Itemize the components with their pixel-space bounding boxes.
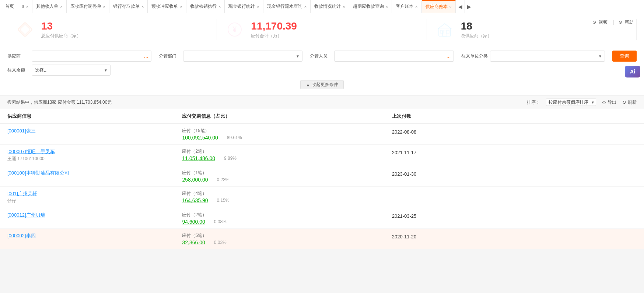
nav-tab-payment-exec[interactable]: 收款核销执行 ×: [186, 0, 225, 13]
table-row: [000001]张三 应付（15笔） 100,092,540.00 89.61%…: [0, 124, 644, 145]
row-3-trans-amount[interactable]: 258,000.00: [182, 177, 208, 183]
row-3-trans-label: 应付（1笔）: [182, 170, 392, 176]
row-2-supplier-info: [000007]恒旺二手叉车 王通 17106110000: [7, 148, 182, 162]
nav-tab-payment-exec-close[interactable]: ×: [218, 4, 221, 9]
payable-suppliers-info: 13 总应付供应商（家）: [41, 20, 81, 39]
nav-tab-other-income-close[interactable]: ×: [60, 4, 62, 9]
nav-tab-bank-deposit-close[interactable]: ×: [141, 4, 144, 9]
category-filter-label: 往来单位分类: [461, 53, 488, 59]
nav-tab-customer-ledger-label: 客户账本: [396, 3, 413, 10]
row-4-trans-amount[interactable]: 164,635.90: [182, 197, 208, 203]
video-link[interactable]: ⊙ 视频: [592, 20, 609, 25]
nav-tab-customer-ledger[interactable]: 客户账本 ×: [392, 0, 421, 13]
nav-tab-supplier-ledger-close[interactable]: ×: [449, 5, 452, 9]
filter-row-1: 供应商 ... 分管部门 ▼ 分管人员 ...: [7, 51, 637, 62]
sort-select[interactable]: 按应付余额倒序排序: [546, 99, 596, 106]
filter-row-2: 往来余额 选择... ▼: [7, 65, 637, 76]
row-5-trans-label: 应付（2笔）: [182, 212, 392, 218]
filter-section: 供应商 ... 分管部门 ▼ 分管人员 ...: [0, 46, 644, 96]
table-row: [000012]广州贝瑞 应付（2笔） 94,600.00 0.08% 2021…: [0, 208, 644, 229]
nav-tab-recv-stat[interactable]: 收款情况统计 ×: [311, 0, 349, 13]
supplier-dots-btn[interactable]: ...: [144, 53, 148, 59]
payable-total-label: 应付合计（万）: [251, 33, 297, 39]
supplier-input-wrapper: ...: [32, 51, 151, 62]
help-link[interactable]: ⊙ 帮助: [619, 20, 635, 25]
supplier-filter-label: 供应商: [7, 53, 29, 59]
person-input-wrapper: ...: [334, 51, 454, 62]
nav-tab-ar-ap-adj-close[interactable]: ×: [103, 4, 105, 9]
diamond-icon: [15, 19, 35, 40]
row-2-trans-label: 应付（2笔）: [182, 148, 392, 155]
nav-tab-other-income-label: 其他收入单: [36, 3, 58, 10]
nav-tab-3[interactable]: 3 ×: [18, 0, 32, 13]
nav-tab-cash-bank-stat-close[interactable]: ×: [257, 4, 259, 9]
nav-tab-recv-stat-close[interactable]: ×: [343, 4, 345, 9]
row-4-supplier-info: [001]广州荣轩 仔仔: [7, 190, 182, 204]
row-5-trans-amount[interactable]: 94,600.00: [182, 219, 205, 225]
row-6-transaction-info: 应付（5笔） 32,366.00 0.03%: [182, 232, 392, 245]
row-5-trans-percent: 0.08%: [214, 219, 227, 224]
row-4-supplier-link[interactable]: [001]广州荣轩: [7, 191, 37, 196]
refresh-label: 刷新: [628, 99, 637, 106]
row-6-supplier-info: [000002]李四: [7, 232, 182, 239]
row-5-supplier-link[interactable]: [000012]广州贝瑞: [7, 212, 45, 218]
row-1-trans-percent: 89.61%: [227, 135, 242, 140]
nav-tab-ar-ap-adj[interactable]: 应收应付调整单 ×: [67, 0, 109, 13]
nav-tab-overdue-query-close[interactable]: ×: [386, 4, 388, 9]
row-2-supplier-link[interactable]: [000007]恒旺二手叉车: [7, 149, 55, 154]
nav-tab-other-income[interactable]: 其他收入单 ×: [32, 0, 66, 13]
row-1-supplier-link[interactable]: [000001]张三: [7, 128, 36, 134]
supplier-input[interactable]: [32, 51, 151, 62]
nav-tab-supplier-ledger-label: 供应商账本: [426, 4, 448, 10]
refresh-button[interactable]: ↻ 刷新: [622, 99, 637, 106]
nav-tab-cash-flow-query[interactable]: 现金银行流水查询 ×: [263, 0, 311, 13]
store-icon: [434, 19, 455, 40]
nav-tab-bank-deposit[interactable]: 银行存取款单 ×: [109, 0, 148, 13]
row-3-trans-percent: 0.23%: [217, 177, 230, 182]
row-1-last-payment: 2022-08-08: [392, 128, 532, 135]
nav-tab-overdue-query[interactable]: 超期应收款查询 ×: [349, 0, 392, 13]
payable-suppliers-label: 总应付供应商（家）: [41, 33, 81, 39]
row-4-supplier-code: [001]广州荣轩: [7, 191, 37, 196]
row-3-supplier-info: [000100]本特勤油品有限公司: [7, 170, 182, 176]
export-button[interactable]: ⊙ 导出: [602, 99, 616, 106]
category-select[interactable]: [490, 51, 605, 62]
nav-tab-supplier-ledger[interactable]: 供应商账本 ×: [422, 0, 456, 13]
row-2-trans-percent: 9.89%: [224, 156, 237, 161]
row-2-trans-amount[interactable]: 11,051,486.00: [182, 155, 215, 161]
separator: |: [613, 20, 614, 25]
nav-tab-3-close[interactable]: ×: [26, 4, 28, 9]
person-dots-btn[interactable]: ...: [447, 53, 451, 59]
table-header: 供应商信息 应付交易信息（占比） 上次付数: [0, 109, 644, 124]
dept-select[interactable]: [183, 51, 303, 62]
row-4-trans-label: 应付（4笔）: [182, 190, 392, 197]
row-1-trans-amount[interactable]: 100,092,540.00: [182, 135, 218, 141]
collapse-button[interactable]: ▲ 收起更多条件: [300, 80, 344, 89]
query-button[interactable]: 查询: [612, 51, 637, 62]
yen-icon: ¥: [224, 19, 245, 40]
nav-left-arrow[interactable]: ◀: [456, 0, 465, 13]
row-1-supplier-info: [000001]张三: [7, 128, 182, 134]
row-6-supplier-link[interactable]: [000002]李四: [7, 233, 36, 238]
svg-rect-4: [439, 28, 451, 36]
refresh-icon: ↻: [622, 100, 626, 105]
nav-right-arrow[interactable]: ▶: [465, 0, 473, 13]
row-4-contact: 仔仔: [7, 198, 182, 204]
row-5-supplier-info: [000012]广州贝瑞: [7, 212, 182, 218]
nav-tab-home[interactable]: 首页: [1, 0, 18, 13]
nav-tab-customer-ledger-close[interactable]: ×: [415, 4, 417, 9]
export-icon: ⊙: [602, 100, 606, 105]
nav-tab-cash-flow-query-close[interactable]: ×: [304, 4, 307, 9]
row-2-supplier-code: [000007]恒旺二手叉车: [7, 149, 55, 154]
person-input[interactable]: [334, 51, 454, 62]
nav-tab-prepay-offset-close[interactable]: ×: [180, 4, 182, 9]
nav-tab-prepay-offset-label: 预收冲应收单: [151, 3, 178, 10]
row-3-supplier-link[interactable]: [000100]本特勤油品有限公司: [7, 170, 69, 176]
balance-select[interactable]: 选择...: [32, 65, 111, 76]
nav-tab-cash-bank-stat[interactable]: 现金银行统计 ×: [225, 0, 263, 13]
nav-tab-prepay-offset[interactable]: 预收冲应收单 ×: [148, 0, 186, 13]
filter-supplier: 供应商 ...: [7, 51, 151, 62]
row-6-trans-amount[interactable]: 32,366.00: [182, 239, 205, 245]
export-label: 导出: [608, 99, 616, 106]
ai-button[interactable]: Ai: [625, 66, 640, 77]
